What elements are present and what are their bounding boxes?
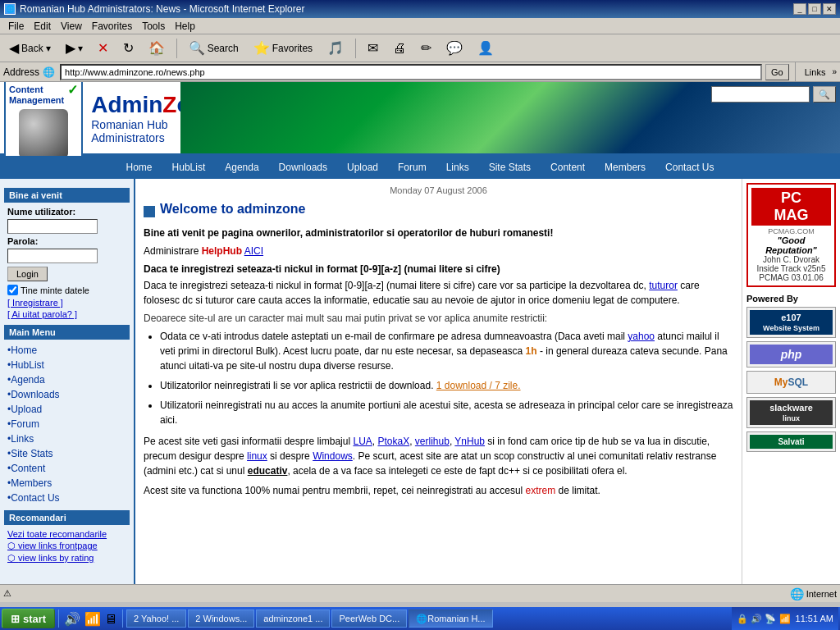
helphub-text: HelpHub xyxy=(202,245,242,257)
sidebar-item-site-stats[interactable]: •Site Stats xyxy=(4,446,130,461)
mail-button[interactable]: ✉ xyxy=(362,38,384,59)
home-button[interactable]: 🏠 xyxy=(143,38,171,59)
ynhub-link[interactable]: YnHub xyxy=(454,436,485,447)
sidebar-item-home[interactable]: •Home xyxy=(4,343,130,358)
sidebar-item-contact-us[interactable]: •Contact Us xyxy=(4,491,130,505)
menu-tools[interactable]: Tools xyxy=(137,19,170,34)
nav-upload[interactable]: Upload xyxy=(337,158,388,176)
extrem-text: extrem xyxy=(526,485,556,496)
back-button[interactable]: ◀ Back ▾ xyxy=(3,38,57,59)
pcmag-date: PCMAG 03.01.06 xyxy=(751,273,831,282)
sidebar-item-agenda[interactable]: •Agenda xyxy=(4,372,130,387)
menu-file[interactable]: File xyxy=(3,19,29,34)
forward-button[interactable]: ▶ ▾ xyxy=(60,38,89,59)
sidebar-item-members[interactable]: •Members xyxy=(4,476,130,491)
sidebar-item-hublist[interactable]: •HubList xyxy=(4,358,130,372)
address-input[interactable] xyxy=(60,64,762,80)
sidebar-recomandari-title: Recomandari xyxy=(4,510,130,525)
lua-link[interactable]: LUA xyxy=(353,436,372,447)
header-search-input[interactable] xyxy=(711,86,810,103)
status-bar: ⚠ 🌐 Internet xyxy=(0,584,840,602)
nav-forum[interactable]: Forum xyxy=(388,158,436,176)
status-left: ⚠ xyxy=(3,588,783,599)
yahoo-link[interactable]: yahoo xyxy=(628,331,655,342)
favorites-button[interactable]: ⭐ Favorites xyxy=(248,38,318,59)
close-button[interactable]: ✕ xyxy=(823,3,836,15)
maximize-button[interactable]: □ xyxy=(808,3,821,15)
pcmag-sub: PCMAG.COM xyxy=(751,227,831,235)
sidebar-all-recom[interactable]: Vezi toate recomandarile xyxy=(4,528,130,540)
menu-favorites[interactable]: Favorites xyxy=(87,19,137,34)
sidebar-forgot-link[interactable]: [ Ai uitat parola? ] xyxy=(4,308,130,320)
nav-downloads[interactable]: Downloads xyxy=(269,158,337,176)
search-icon: 🔍 xyxy=(189,40,205,56)
sidebar-item-content[interactable]: •Content xyxy=(4,461,130,476)
date-display: Monday 07 August 2006 xyxy=(144,185,733,195)
cube-icon xyxy=(19,109,68,158)
mysql-logo[interactable]: MySQL xyxy=(746,371,836,394)
sidebar-frontpage-link[interactable]: ⬡ view links frontpage xyxy=(4,540,130,552)
print-button[interactable]: 🖨 xyxy=(387,38,412,59)
media-button[interactable]: 🎵 xyxy=(322,38,349,59)
sidebar-item-forum[interactable]: •Forum xyxy=(4,417,130,431)
menu-help[interactable]: Help xyxy=(170,19,200,34)
stop-button[interactable]: ✕ xyxy=(92,38,114,59)
tuturor-link[interactable]: tuturor xyxy=(649,280,678,291)
go-button[interactable]: Go xyxy=(765,64,789,80)
nav-agenda[interactable]: Agenda xyxy=(215,158,268,176)
site-header: Advanced Content Management ✓ AdminZone … xyxy=(0,82,840,156)
nav-home[interactable]: Home xyxy=(116,158,162,176)
slackware-logo[interactable]: slackwarelinux xyxy=(746,397,836,428)
menu-edit[interactable]: Edit xyxy=(29,19,56,34)
restrict-intro: Deoarece site-ul are un caracter mai mul… xyxy=(144,313,733,324)
sidebar-welcome-title: Bine ai venit xyxy=(4,188,130,203)
sidebar-username-input[interactable] xyxy=(7,219,98,234)
nav-members[interactable]: Members xyxy=(595,158,655,176)
download-link[interactable]: 1 download / 7 zile. xyxy=(436,380,521,391)
nav-site-stats[interactable]: Site Stats xyxy=(479,158,541,176)
windows-link[interactable]: Windows xyxy=(313,450,353,462)
salvati-logo-text: Salvati xyxy=(750,435,833,449)
nav-content[interactable]: Content xyxy=(541,158,595,176)
remember-checkbox[interactable] xyxy=(7,285,18,295)
verlihub-link[interactable]: verlihub xyxy=(415,436,450,447)
sidebar-item-downloads[interactable]: •Downloads xyxy=(4,387,130,402)
nav-links[interactable]: Links xyxy=(436,158,479,176)
messenger-button[interactable]: 👤 xyxy=(472,38,500,59)
logo-z: Z xyxy=(162,92,176,117)
ptokax-link[interactable]: PtokaX xyxy=(377,436,409,447)
menu-view[interactable]: View xyxy=(56,19,87,34)
right-sidebar: PCMAG PCMAG.COM "Good Reputation" John C… xyxy=(742,179,840,584)
sidebar-password-input[interactable] xyxy=(7,249,98,263)
sidebar-login-button[interactable]: Login xyxy=(7,267,48,281)
toolbar-separator-2 xyxy=(355,39,356,58)
forward-icon: ▶ xyxy=(66,40,75,56)
bottom-text-2: Acest site va functiona 100% numai pentr… xyxy=(144,483,733,498)
linux-link[interactable]: linux xyxy=(247,450,267,462)
sidebar-item-upload[interactable]: •Upload xyxy=(4,402,130,417)
sidebar-register-link[interactable]: [ Inregistrare ] xyxy=(4,297,130,308)
search-button[interactable]: 🔍 Search xyxy=(183,38,244,59)
favorites-icon: ⭐ xyxy=(253,40,270,56)
acm-title-2: Content xyxy=(9,84,64,95)
e107-logo[interactable]: e107Website System xyxy=(746,307,836,338)
nav-contact-us[interactable]: Contact Us xyxy=(655,158,724,176)
acm-title-3: Management xyxy=(9,95,64,106)
links-button[interactable]: Links xyxy=(801,66,829,78)
aici-link[interactable]: AICI xyxy=(244,245,263,257)
sidebar-item-links[interactable]: •Links xyxy=(4,431,130,446)
edit-button[interactable]: ✏ xyxy=(415,38,437,59)
salvati-logo[interactable]: Salvati xyxy=(746,431,836,452)
refresh-button[interactable]: ↻ xyxy=(117,38,139,59)
powered-by-label: Powered By xyxy=(746,294,836,304)
address-icon: 🌐 xyxy=(43,66,55,78)
nav-hublist[interactable]: HubList xyxy=(162,158,216,176)
discuss-button[interactable]: 💬 xyxy=(441,38,468,59)
header-search-button[interactable]: 🔍 xyxy=(813,86,836,103)
minimize-button[interactable]: _ xyxy=(793,3,806,15)
nav-bar: Home HubList Agenda Downloads Upload For… xyxy=(0,156,840,179)
status-right: 🌐 Internet xyxy=(790,587,837,600)
php-logo[interactable]: php xyxy=(746,341,836,368)
sidebar-rating-link[interactable]: ⬡ view links by rating xyxy=(4,552,130,564)
window-title-bar: 🌐 Romanian Hub Administrators: News - Mi… xyxy=(0,0,840,18)
